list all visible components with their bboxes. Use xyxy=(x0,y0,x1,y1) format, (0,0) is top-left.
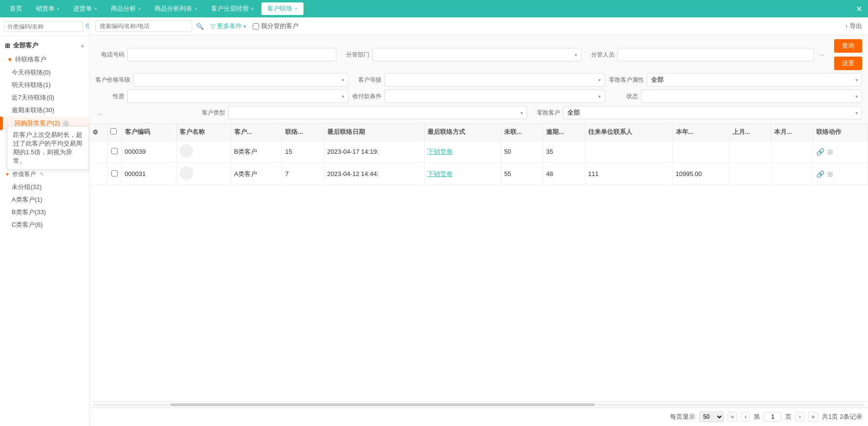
last-page-button[interactable]: » xyxy=(808,412,818,422)
col-header-check[interactable] xyxy=(107,124,122,141)
query-button[interactable]: 查询 xyxy=(834,39,862,53)
sidebar-value-customer-section[interactable]: ▼ 价值客户 ✎ xyxy=(0,168,89,181)
filter-field-dept: 分管部门 ▾ xyxy=(340,48,581,61)
sidebar-item-tomorrow-pending[interactable]: 明天待联络(1) xyxy=(0,79,89,91)
close-icon[interactable]: × xyxy=(94,6,97,12)
row-checkbox[interactable] xyxy=(111,170,118,176)
prev-page-button[interactable]: ‹ xyxy=(741,412,750,422)
manager-input[interactable] xyxy=(617,48,814,61)
grid-icon[interactable]: ⊞ xyxy=(827,148,833,156)
nav-purchase-order[interactable]: 进货单 × xyxy=(67,2,103,15)
col-header-customer-type: 客户... xyxy=(231,124,282,141)
sidebar-item-overdue-contact[interactable]: 逾期未联络(30) xyxy=(0,104,89,117)
sidebar-item-today-pending[interactable]: 今天待联络(0) xyxy=(0,66,89,79)
filter-field-manager: 分管人员 ··· xyxy=(585,48,826,61)
sidebar-all-customers[interactable]: ⊞ 全部客户 « xyxy=(0,38,89,53)
close-icon[interactable]: × xyxy=(194,6,197,12)
link-icon[interactable]: 🔗 xyxy=(816,148,824,156)
settings-button[interactable]: 设置 xyxy=(834,57,862,70)
more-conditions-button[interactable]: ▽ 更多条件 ▾ xyxy=(208,20,249,32)
more-filters-button[interactable]: ... xyxy=(95,109,105,117)
nav-product-analysis-list[interactable]: 商品分析列表 × xyxy=(149,2,203,15)
row-last-month xyxy=(729,141,771,163)
row-name xyxy=(176,141,231,163)
col-header-not-contacted: 未联... xyxy=(501,124,543,141)
close-icon[interactable]: × xyxy=(138,6,141,12)
grid-icon[interactable]: ⊞ xyxy=(827,170,833,178)
window-close-button[interactable]: ✕ xyxy=(856,4,862,14)
retail-customer-select[interactable]: 全部 ▾ xyxy=(563,106,862,119)
sidebar-item-7day-pending[interactable]: 近7天待联络(0) xyxy=(0,91,89,104)
col-header-settings[interactable]: ⚙ xyxy=(90,124,107,141)
status-select[interactable]: ▾ xyxy=(641,89,862,103)
payment-select[interactable]: ▾ xyxy=(384,89,606,103)
my-customers-checkbox[interactable]: 我分管的客户 xyxy=(253,22,299,30)
price-level-select[interactable]: ▾ xyxy=(133,73,349,87)
row-checkbox-cell xyxy=(107,163,122,185)
nav-home[interactable]: 首页 xyxy=(4,2,28,15)
col-header-contact-count: 联络... xyxy=(282,124,324,141)
close-icon[interactable]: × xyxy=(57,6,60,12)
sidebar-item-c-class[interactable]: C类客户(6) xyxy=(0,219,89,231)
export-icon: ↑ xyxy=(845,23,849,30)
gender-select[interactable]: ▾ xyxy=(127,89,349,103)
nav-sales-order[interactable]: 销货单 × xyxy=(30,2,65,15)
tooltip-box: 距客户上次交易时长，超过了此客户的平均交易周期的1.5倍，则视为异常。 xyxy=(7,126,89,170)
phone-input[interactable] xyxy=(127,48,336,61)
edit-icon[interactable]: ✎ xyxy=(40,171,44,177)
chevron-down-icon: ▾ xyxy=(598,94,601,99)
action-icons-container: 🔗⊞ xyxy=(816,170,865,178)
next-page-button[interactable]: › xyxy=(795,412,804,422)
row-contact-person xyxy=(585,141,672,163)
page-number-input[interactable] xyxy=(764,412,781,422)
link-icon[interactable]: 🔗 xyxy=(816,170,824,178)
per-page-select[interactable]: 50 20 100 xyxy=(699,411,724,422)
chevron-down-icon: ▾ xyxy=(244,24,246,29)
row-this-month xyxy=(771,141,813,163)
filter-field-retail-customer: 零散客户 全部 ▾ xyxy=(531,106,862,119)
sidebar-search-icon[interactable]: 🔍 xyxy=(85,23,90,30)
manager-more-button[interactable]: ··· xyxy=(817,51,826,59)
scroll-thumb[interactable] xyxy=(170,403,594,406)
sidebar-search-input[interactable] xyxy=(4,21,83,32)
advanced-filter: 电话号码 分管部门 ▾ 分管人员 ··· 查询 设置 xyxy=(90,35,868,124)
contact-method-link[interactable]: 下销货单 xyxy=(427,148,453,155)
row-contact-count: 7 xyxy=(282,163,324,185)
row-last-contact-method[interactable]: 下销货单 xyxy=(425,163,501,185)
close-icon[interactable]: × xyxy=(251,6,254,12)
row-this-month xyxy=(771,163,813,185)
scroll-track xyxy=(93,403,864,406)
nav-product-analysis[interactable]: 商品分析 × xyxy=(105,2,147,15)
nav-customer-segmentation[interactable]: 客户分层经营 × xyxy=(205,2,259,15)
close-icon[interactable]: × xyxy=(294,6,297,12)
contact-method-link[interactable]: 下销货单 xyxy=(427,170,453,177)
row-settings-cell xyxy=(90,141,107,163)
search-input[interactable] xyxy=(95,20,192,32)
sidebar-item-b-class[interactable]: B类客户(33) xyxy=(0,206,89,219)
customer-type-select[interactable]: ▾ xyxy=(228,106,527,119)
table-row: 000039B类客户152023-04-17 14:19:下销货单5035🔗⊞ xyxy=(90,141,868,163)
export-button[interactable]: ↑ 导出 xyxy=(845,22,863,30)
row-checkbox[interactable] xyxy=(111,148,118,154)
select-all-checkbox[interactable] xyxy=(110,128,117,134)
sidebar-section-pending-contact[interactable]: ▼ 待联络客户 xyxy=(0,53,89,66)
filter-field-gender: 性质 ▾ xyxy=(95,89,349,103)
customer-level-select[interactable]: ▾ xyxy=(384,73,606,87)
row-last-contact-method[interactable]: 下销货单 xyxy=(425,141,501,163)
row-overdue: 48 xyxy=(543,163,585,185)
chevron-down-icon: ▾ xyxy=(575,52,577,58)
retail-attr-select[interactable]: 全部 ▾ xyxy=(647,73,862,87)
col-header-last-contact-date: 最后联络日期 xyxy=(324,124,424,141)
sidebar-item-unclassified[interactable]: 未分组(32) xyxy=(0,181,89,193)
chevron-down-icon: ▾ xyxy=(855,94,858,99)
horizontal-scrollbar[interactable] xyxy=(90,401,868,407)
nav-customer-contact[interactable]: 客户联络 × xyxy=(261,2,303,15)
search-icon[interactable]: 🔍 xyxy=(196,23,204,30)
filter-field-phone: 电话号码 xyxy=(95,48,336,61)
dept-select[interactable]: ▾ xyxy=(372,48,581,61)
filter-icon: ▽ xyxy=(211,23,215,30)
first-page-button[interactable]: « xyxy=(728,412,738,422)
my-customers-check[interactable] xyxy=(253,23,259,29)
sidebar-item-a-class[interactable]: A类客户(1) xyxy=(0,193,89,206)
sidebar-collapse-button[interactable]: « xyxy=(81,42,84,49)
